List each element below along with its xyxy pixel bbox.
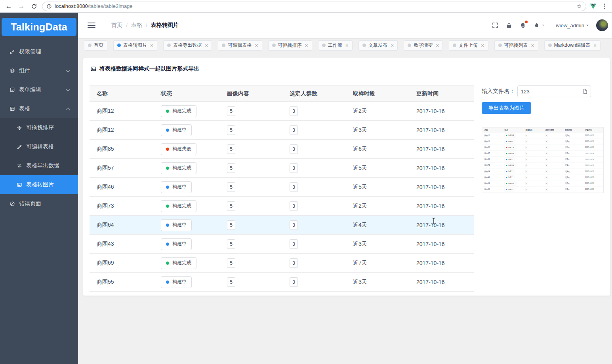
tab-number-gradient[interactable]: 数字渐变× [404, 40, 443, 51]
notifications-button[interactable] [519, 22, 526, 29]
sidebar-item-editable-table[interactable]: 可编辑表格 [0, 137, 78, 156]
portrait-count-button: 5 [525, 170, 528, 173]
chevron-down-icon [585, 23, 589, 27]
browser-menu-icon[interactable] [600, 4, 608, 9]
tab-table-to-image[interactable]: 表格转图片× [113, 40, 157, 51]
close-icon[interactable]: × [391, 43, 394, 48]
status-button[interactable]: 构建完成 [161, 105, 196, 117]
cell-name: 商圈57 [90, 159, 154, 178]
tab-table-export[interactable]: 表格导出数据× [163, 40, 212, 51]
tab-home[interactable]: 首页 [84, 40, 107, 51]
status-button[interactable]: 构建中 [161, 219, 192, 231]
cell-name: 商圈69 [482, 180, 502, 186]
portrait-count-button[interactable]: 5 [227, 163, 235, 173]
url-host: localhost:8080 [55, 3, 88, 9]
browser-reload-button[interactable] [29, 0, 39, 12]
sidebar-item-table-export[interactable]: 表格导出数据 [0, 156, 78, 175]
status-button[interactable]: 构建中 [161, 181, 192, 193]
close-icon[interactable]: × [150, 43, 153, 48]
sidebar-item-components[interactable]: 组件 [0, 61, 78, 80]
export-panel: 输入文件名： 导出表格为图片 名称状态画像内容选定人群数取样时段更新时间商圈12… [474, 85, 604, 292]
people-count-button[interactable]: 3 [290, 182, 298, 192]
status-button[interactable]: 构建完成 [161, 200, 196, 212]
info-icon[interactable] [46, 4, 52, 9]
cell-name: 商圈69 [90, 254, 154, 273]
tab-file-upload[interactable]: 文件上传× [449, 40, 488, 51]
status-button[interactable]: 构建中 [161, 238, 192, 250]
breadcrumb-current: 表格转图片 [151, 22, 179, 29]
tab-drag-list[interactable]: 可拖拽列表× [494, 40, 538, 51]
lock-icon [505, 22, 513, 29]
theme-menu[interactable] [533, 22, 545, 29]
portrait-count-button[interactable]: 5 [227, 277, 235, 287]
sidebar-item-permissions[interactable]: 权限管理 [0, 42, 78, 61]
tab-workflow[interactable]: 工作流× [318, 40, 353, 51]
tab-markdown-editor[interactable]: Markdown编辑器× [544, 40, 601, 51]
table-row: 商圈43构建中53近3天2017-10-16 [90, 235, 474, 254]
close-icon[interactable]: × [345, 43, 349, 48]
lock-button[interactable] [505, 22, 513, 29]
close-icon[interactable]: × [255, 43, 258, 48]
close-icon[interactable]: × [531, 43, 534, 48]
people-count-button[interactable]: 3 [290, 106, 298, 116]
cell-period: 近4天 [346, 216, 409, 235]
sidebar-item-error-pages[interactable]: 错误页面 [0, 194, 78, 213]
hamburger-menu-icon[interactable] [88, 23, 95, 28]
url-bar[interactable]: localhost:8080/tables/table2image [42, 2, 586, 11]
portrait-count-button[interactable]: 5 [227, 125, 235, 135]
vue-devtools-icon[interactable] [589, 2, 597, 10]
people-count-button[interactable]: 3 [290, 201, 298, 211]
sidebar-item-form-edit[interactable]: 表单编辑 [0, 80, 78, 99]
people-count-button[interactable]: 3 [290, 125, 298, 135]
portrait-count-button[interactable]: 5 [227, 144, 235, 154]
people-count-button[interactable]: 3 [290, 258, 298, 268]
status-button[interactable]: 构建完成 [161, 257, 196, 269]
breadcrumb-home[interactable]: 首页 [111, 22, 122, 29]
status-button[interactable]: 构建完成 [161, 162, 196, 174]
browser-back-button[interactable]: ← [4, 0, 13, 12]
status-button[interactable]: 构建中 [161, 276, 192, 288]
portrait-count-button[interactable]: 5 [227, 258, 235, 268]
fullscreen-button[interactable] [492, 22, 499, 29]
cell-updated: 2017-10-16 [583, 150, 603, 156]
chevron-down-icon [541, 23, 545, 27]
sidebar-submenu: 可拖拽排序可编辑表格表格导出数据表格转图片 [0, 118, 78, 194]
portrait-count-button[interactable]: 5 [227, 239, 235, 249]
filename-input[interactable] [517, 85, 591, 97]
export-button[interactable]: 导出表格为图片 [482, 102, 531, 114]
people-count-button[interactable]: 3 [290, 239, 298, 249]
status-button[interactable]: 构建失败 [161, 143, 196, 155]
sidebar-item-tables[interactable]: 表格 [0, 99, 78, 118]
people-count-button: 3 [545, 146, 548, 149]
sidebar-item-table-to-image[interactable]: 表格转图片 [0, 175, 78, 194]
close-icon[interactable]: × [481, 43, 484, 48]
close-icon[interactable]: × [305, 43, 308, 48]
tab-article-publish[interactable]: 文章发布× [358, 40, 398, 51]
status-button[interactable]: 构建中 [161, 124, 192, 136]
cell-period: 近7天 [563, 180, 583, 186]
portrait-count-button[interactable]: 5 [227, 220, 235, 230]
people-count-button[interactable]: 3 [290, 277, 298, 287]
close-icon[interactable]: × [436, 43, 439, 48]
cell-name: 商圈12 [90, 102, 154, 121]
user-menu[interactable]: iview_admin [556, 23, 589, 28]
people-count-button[interactable]: 3 [290, 144, 298, 154]
tab-drag-sort[interactable]: 可拖拽排序× [268, 40, 312, 51]
breadcrumb-tables[interactable]: 表格 [131, 22, 142, 29]
portrait-count-button[interactable]: 5 [227, 106, 235, 116]
avatar[interactable] [596, 19, 608, 31]
close-icon[interactable]: × [205, 43, 208, 48]
browser-forward-button[interactable]: → [17, 0, 26, 12]
people-count-button[interactable]: 3 [290, 163, 298, 173]
bookmark-star-icon[interactable] [576, 4, 582, 9]
filename-label: 输入文件名： [482, 88, 515, 95]
notification-dot [525, 21, 528, 23]
close-icon[interactable]: × [593, 43, 597, 48]
sidebar-item-drag-sort[interactable]: 可拖拽排序 [0, 118, 78, 137]
portrait-count-button[interactable]: 5 [227, 201, 235, 211]
portrait-count-button[interactable]: 5 [227, 182, 235, 192]
tab-editable-table[interactable]: 可编辑表格× [218, 40, 262, 51]
status-dot-icon [166, 243, 169, 246]
reload-icon [31, 3, 37, 9]
people-count-button[interactable]: 3 [290, 220, 298, 230]
